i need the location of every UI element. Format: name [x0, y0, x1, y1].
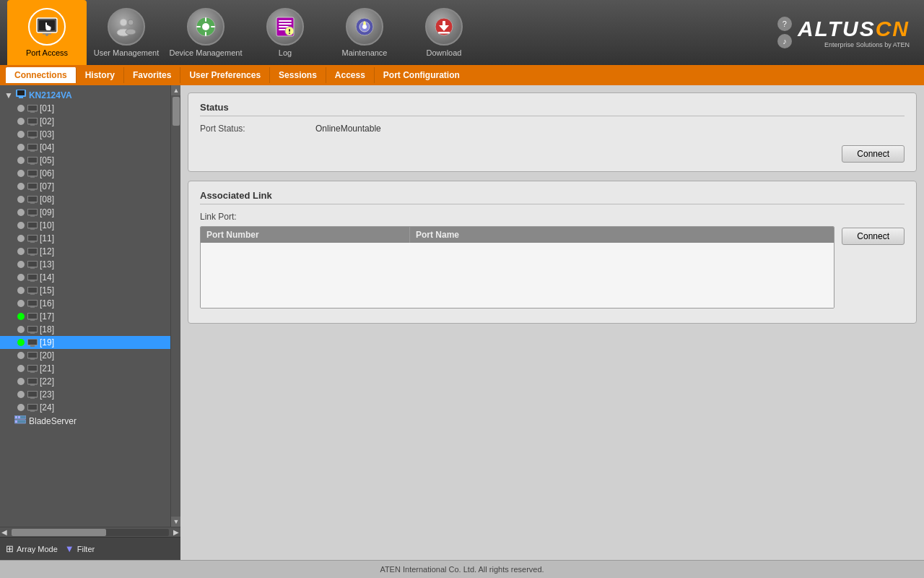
nav-download-label: Download — [427, 48, 462, 57]
port-status-dot-13 — [17, 261, 25, 268]
monitor-icon-22 — [27, 376, 40, 387]
tree-item-port-11[interactable]: [11] — [0, 232, 170, 245]
port-status-row: Port Status: OnlineMountable — [200, 124, 905, 134]
port-label-24: [24] — [40, 402, 54, 413]
nav-port-access[interactable]: Port Access — [7, 0, 87, 65]
svg-rect-103 — [30, 410, 35, 412]
nav-maintenance[interactable]: Maintenance — [325, 0, 404, 65]
svg-point-24 — [362, 25, 367, 29]
svg-rect-67 — [30, 254, 35, 256]
tree-item-port-04[interactable]: [04] — [0, 141, 170, 154]
monitor-icon-11 — [27, 233, 40, 243]
array-mode-button[interactable]: ⊞ Array Mode — [6, 543, 58, 554]
tree-item-port-10[interactable]: [10] — [0, 219, 170, 232]
sidebar-scrollbar-h[interactable]: ◀ ▶ — [0, 527, 180, 537]
tree-item-port-02[interactable]: [02] — [0, 115, 170, 128]
port-status-dot-01 — [17, 105, 25, 112]
nav-download[interactable]: Download — [404, 0, 484, 65]
port-status-dot-12 — [17, 248, 25, 255]
tree-blade-server[interactable]: BladeServer — [0, 414, 170, 428]
tree-item-port-22[interactable]: [22] — [0, 375, 170, 388]
port-status-dot-10 — [17, 222, 25, 229]
tree-item-port-20[interactable]: [20] — [0, 349, 170, 362]
tree-item-port-19[interactable]: [19] — [0, 336, 170, 349]
tree-item-port-23[interactable]: [23] — [0, 388, 170, 401]
svg-rect-31 — [19, 97, 23, 98]
tab-history[interactable]: History — [77, 67, 124, 83]
tree-item-port-17[interactable]: [17] — [0, 310, 170, 323]
nav-log[interactable]: Log — [245, 0, 325, 65]
scroll-thumb-h[interactable] — [12, 529, 106, 536]
tree-item-port-21[interactable]: [21] — [0, 362, 170, 375]
tree-item-port-05[interactable]: [05] — [0, 154, 170, 167]
tree-root-device-icon — [16, 90, 26, 100]
svg-rect-75 — [28, 288, 37, 293]
scroll-up-arrow[interactable]: ▲ — [171, 85, 180, 95]
tree-root-node[interactable]: ▼ KN2124VA — [0, 88, 170, 102]
port-status-value: OnlineMountable — [315, 124, 381, 134]
help-icon[interactable]: ? — [777, 17, 792, 31]
scroll-down-arrow[interactable]: ▼ — [171, 517, 180, 527]
tab-favorites[interactable]: Favorites — [124, 67, 180, 83]
table-header: Port Number Port Name — [201, 227, 834, 243]
monitor-icon-15 — [27, 285, 40, 296]
svg-rect-78 — [28, 301, 37, 306]
tree-root-collapse-icon[interactable]: ▼ — [4, 90, 13, 100]
tab-connections[interactable]: Connections — [6, 67, 77, 83]
svg-rect-96 — [28, 379, 37, 384]
tree-item-port-07[interactable]: [07] — [0, 180, 170, 193]
scroll-right-arrow[interactable]: ▶ — [172, 528, 180, 536]
tree-item-port-13[interactable]: [13] — [0, 258, 170, 271]
link-connect-button[interactable]: Connect — [842, 228, 905, 245]
scroll-left-arrow[interactable]: ◀ — [0, 528, 9, 536]
monitor-icon-17 — [27, 311, 40, 322]
tree-item-port-06[interactable]: [06] — [0, 167, 170, 180]
port-status-label: Port Status: — [200, 124, 315, 134]
filter-button[interactable]: ▼ Filter — [65, 543, 95, 554]
svg-rect-102 — [28, 405, 37, 410]
sidebar-tree[interactable]: ▼ KN2124VA [01][02][03][04][05][06][07][… — [0, 85, 170, 527]
tree-item-port-18[interactable]: [18] — [0, 323, 170, 336]
svg-rect-42 — [28, 144, 37, 150]
speaker-icon[interactable]: ♪ — [777, 34, 792, 48]
svg-rect-40 — [30, 137, 35, 139]
port-status-dot-19 — [17, 339, 25, 346]
tree-item-port-12[interactable]: [12] — [0, 245, 170, 258]
tree-item-port-14[interactable]: [14] — [0, 271, 170, 284]
monitor-icon-03 — [27, 129, 40, 139]
port-label-22: [22] — [40, 376, 54, 387]
tree-item-port-09[interactable]: [09] — [0, 206, 170, 219]
monitor-icon-04 — [27, 142, 40, 152]
log-icon — [266, 8, 304, 46]
tab-user-preferences[interactable]: User Preferences — [180, 67, 270, 83]
help-icons: ? ♪ — [777, 17, 792, 48]
tree-item-port-08[interactable]: [08] — [0, 193, 170, 206]
device-management-icon — [187, 8, 225, 46]
svg-rect-36 — [28, 118, 37, 124]
status-connect-button[interactable]: Connect — [842, 145, 905, 163]
port-status-dot-03 — [17, 131, 25, 138]
sidebar-scrollbar-v[interactable]: ▲ ▼ — [170, 85, 180, 527]
port-label-02: [02] — [40, 116, 54, 126]
tree-item-port-03[interactable]: [03] — [0, 128, 170, 141]
tab-sessions[interactable]: Sessions — [270, 67, 326, 83]
status-panel: Status Port Status: OnlineMountable Conn… — [188, 92, 917, 172]
svg-rect-91 — [30, 358, 35, 360]
tree-item-port-16[interactable]: [16] — [0, 297, 170, 310]
nav-device-management[interactable]: Device Management — [166, 0, 245, 65]
svg-rect-108 — [15, 420, 17, 423]
tree-item-port-24[interactable]: [24] — [0, 401, 170, 414]
scroll-thumb-v[interactable] — [173, 97, 180, 126]
nav-user-management[interactable]: User Management — [87, 0, 166, 65]
svg-rect-90 — [28, 353, 37, 358]
port-status-dot-14 — [17, 274, 25, 281]
tree-item-port-01[interactable]: [01] — [0, 102, 170, 115]
user-management-icon — [108, 8, 145, 46]
tab-port-configuration[interactable]: Port Configuration — [375, 67, 468, 83]
monitor-icon-07 — [27, 181, 40, 191]
tree-item-port-15[interactable]: [15] — [0, 284, 170, 297]
sidebar: ▼ KN2124VA [01][02][03][04][05][06][07][… — [0, 85, 180, 560]
svg-rect-3 — [43, 33, 51, 35]
tab-access[interactable]: Access — [326, 67, 375, 83]
maintenance-icon — [346, 8, 383, 46]
